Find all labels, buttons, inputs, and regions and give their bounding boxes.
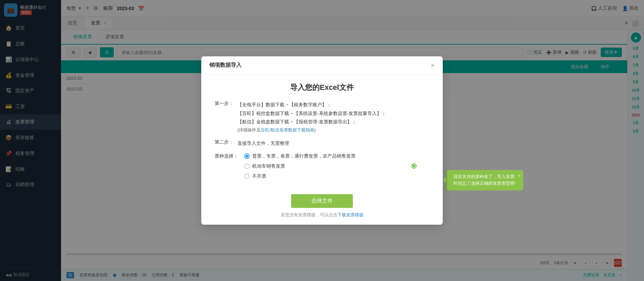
radio-item-2[interactable]: 机动车销售发票 (244, 163, 356, 169)
radio-item-3[interactable]: 不开票 (244, 173, 356, 179)
radio-dot-1 (246, 155, 248, 158)
ticket-label: 票种选择： (215, 153, 238, 159)
radio-text-3: 不开票 (252, 173, 266, 179)
step1-link-suffix: ) (314, 127, 316, 132)
step1-link-row: (详细操作见百旺/航信发票数据下载指南) (237, 126, 386, 134)
modal-title: 销项数据导入 (209, 62, 241, 69)
radio-group: 普票，专票，卷票，通行费发票，农产品销售发票 机动车销售发票 不开票 (241, 153, 356, 179)
radio-text-1: 普票，专票，卷票，通行费发票，农产品销售发票 (252, 153, 356, 159)
choose-file-btn[interactable]: 选择文件 (291, 194, 353, 208)
ticket-section: 票种选择： 普票，专票，卷票，通行费发票，农产品销售发票 机动车销售 (215, 153, 429, 179)
radio-circle-3 (244, 174, 250, 179)
modal-footer: 选择文件 若您没有发票模版，可以点击下载发票模版 (201, 191, 443, 225)
step2-label: 第二步： (215, 139, 235, 145)
radio-circle-2 (244, 164, 250, 169)
step2-content: 直接导入文件，无需整理 (237, 139, 289, 148)
modal-close-btn[interactable]: × (431, 62, 435, 69)
tooltip-balloon: 现在支持的票种多了，导入发票时别忘了选择正确的发票类型呀! × (446, 170, 523, 191)
step1-line3: 【航信】金税盘数据下载→【报税管理-发票数据导出】； (237, 118, 386, 126)
modal-overlay: 销项数据导入 × 导入您的Excel文件 第一步： 【全电平台】数据下载→【税务… (0, 0, 644, 281)
radio-item-1[interactable]: 普票，专票，卷票，通行费发票，农产品销售发票 (244, 153, 356, 159)
step1-guide-link[interactable]: 百旺/航信发票数据下载指南 (261, 127, 314, 132)
modal-hint: 若您没有发票模版，可以点击下载发票模版 (215, 212, 429, 218)
tooltip-text: 现在支持的票种多了，导入发票时别忘了选择正确的发票类型呀! (453, 174, 516, 186)
step1-row: 第一步： 【全电平台】数据下载→【税务数字账户】； 【百旺】税控盘数据下载→【系… (215, 101, 429, 134)
step1-line1: 【全电平台】数据下载→【税务数字账户】； (237, 101, 386, 109)
step1-content: 【全电平台】数据下载→【税务数字账户】； 【百旺】税控盘数据下载→【系统设置-系… (237, 101, 386, 134)
import-modal: 销项数据导入 × 导入您的Excel文件 第一步： 【全电平台】数据下载→【税务… (201, 56, 443, 224)
download-template-link[interactable]: 下载发票模版 (337, 212, 364, 217)
step1-link-prefix: (详细操作见 (237, 127, 261, 132)
step1-line2: 【百旺】税控盘数据下载→【系统设置-系统参数设置-发票批量导入】； (237, 109, 386, 118)
modal-main-title: 导入您的Excel文件 (215, 82, 429, 93)
step1-label: 第一步： (215, 101, 235, 107)
connector-dot (412, 164, 416, 168)
ticket-label-row: 票种选择： 普票，专票，卷票，通行费发票，农产品销售发票 机动车销售 (215, 153, 429, 179)
modal-body: 导入您的Excel文件 第一步： 【全电平台】数据下载→【税务数字账户】； 【百… (201, 74, 443, 191)
radio-circle-1 (244, 154, 250, 159)
tooltip-text-content: 现在支持的票种多了，导入发票时别忘了选择正确的发票类型呀! (451, 173, 519, 187)
hint-prefix: 若您没有发票模版，可以点击 (281, 212, 337, 217)
tooltip-bar (446, 170, 447, 191)
tooltip-close-btn[interactable]: × (518, 172, 521, 179)
step2-row: 第二步： 直接导入文件，无需整理 (215, 139, 429, 148)
radio-text-2: 机动车销售发票 (252, 163, 285, 169)
modal-header: 销项数据导入 × (201, 56, 443, 74)
